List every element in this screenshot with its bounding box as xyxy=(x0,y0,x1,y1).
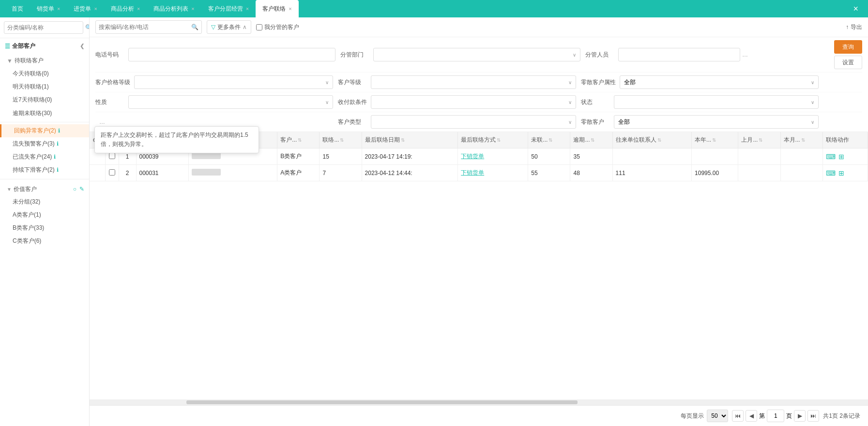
more-dots-button[interactable]: … xyxy=(95,118,109,125)
sidebar-item-unclassified[interactable]: 未分组(32) xyxy=(0,195,89,208)
col-this-month[interactable]: 本月... ⇅ xyxy=(780,132,822,148)
sidebar-item-abnormal-repurchase[interactable]: 回购异常客户(2) ℹ xyxy=(0,124,89,137)
col-last-month[interactable]: 上月... ⇅ xyxy=(738,132,780,148)
more-conditions-button[interactable]: ▽ 更多条件 ∧ xyxy=(207,20,251,34)
tab-close-icon[interactable]: × xyxy=(137,6,140,12)
filter-row-2: 客户价格等级 ∨ 客户等级 ∨ 零散客户属性 全部 xyxy=(95,73,862,92)
col-uncontacted[interactable]: 未联... ⇅ xyxy=(528,132,570,148)
sort-icon: ⇅ xyxy=(497,137,501,143)
prev-page-button[interactable]: ◀ xyxy=(746,410,757,422)
more-action-icon[interactable]: ⊞ xyxy=(838,169,844,177)
sidebar-item-overdue-contact[interactable]: 逾期未联络(30) xyxy=(0,107,89,120)
row-contact-count: 15 xyxy=(320,148,362,165)
tab-product-analysis[interactable]: 商品分析 × xyxy=(104,0,147,17)
tab-close-icon[interactable]: × xyxy=(191,6,194,12)
col-contact-count[interactable]: 联络... ⇅ xyxy=(320,132,362,148)
sidebar-item-class-c[interactable]: C类客户(6) xyxy=(0,235,89,248)
tab-customer-contact[interactable]: 客户联络 × xyxy=(256,0,298,17)
sidebar-item-churn-warning[interactable]: 流失预警客户(3) ℹ xyxy=(0,137,89,150)
nature-select[interactable]: ∨ xyxy=(128,95,333,109)
col-last-contact-method[interactable]: 最后联络方式 ⇅ xyxy=(458,132,528,148)
tab-close-icon[interactable]: × xyxy=(94,6,97,12)
query-button[interactable]: 查询 xyxy=(834,40,862,54)
export-button[interactable]: ↑ 导出 xyxy=(846,23,862,31)
sidebar-search-area: 🔍 xyxy=(0,17,89,38)
row-select-checkbox[interactable] xyxy=(109,169,115,176)
dept-select[interactable]: ∨ xyxy=(373,48,580,61)
row-last-method[interactable]: 下销货单 xyxy=(458,165,528,181)
tab-sales-order[interactable]: 销货单 × xyxy=(30,0,67,17)
row-checkbox[interactable] xyxy=(105,165,119,181)
sidebar-search-input[interactable] xyxy=(4,21,83,34)
row-last-method[interactable]: 下销货单 xyxy=(458,148,528,165)
my-customer-checkbox[interactable] xyxy=(256,24,262,30)
price-grade-select[interactable]: ∨ xyxy=(134,75,333,89)
col-this-year[interactable]: 本年... ⇅ xyxy=(692,132,738,148)
tab-product-analysis-list[interactable]: 商品分析列表 × xyxy=(147,0,201,17)
tab-close-icon[interactable]: × xyxy=(246,6,249,12)
sidebar-item-tomorrow[interactable]: 明天待联络(1) xyxy=(0,80,89,93)
col-overdue[interactable]: 逾期... ⇅ xyxy=(570,132,612,148)
filter-row-1: 电话号码 分管部门 ∨ 分管人员 … 查询 设置 xyxy=(95,37,862,73)
contact-icon[interactable]: ⌨ xyxy=(826,169,836,177)
filter-price-grade: 客户价格等级 ∨ xyxy=(95,75,333,89)
page-number-input[interactable] xyxy=(767,410,784,422)
sort-icon: ⇅ xyxy=(401,137,405,143)
last-page-button[interactable]: ⏭ xyxy=(807,410,819,422)
tab-close-icon[interactable]: × xyxy=(289,6,291,12)
my-customer-checkbox-area[interactable]: 我分管的客户 xyxy=(256,23,299,31)
row-this-year: 10995.00 xyxy=(692,165,738,181)
col-last-contact-date[interactable]: 最后联络日期 ⇅ xyxy=(362,132,458,148)
customer-type-select[interactable]: ∨ xyxy=(371,115,576,129)
tab-purchase[interactable]: 进货单 × xyxy=(67,0,104,17)
next-page-button[interactable]: ▶ xyxy=(794,410,806,422)
dots-icon[interactable]: … xyxy=(740,51,750,58)
person-input[interactable] xyxy=(618,48,740,61)
row-select-checkbox[interactable] xyxy=(109,153,115,159)
edit-icon[interactable]: ○ xyxy=(73,186,76,192)
search-box: 🔍 xyxy=(95,20,202,34)
phone-input[interactable] xyxy=(128,48,335,61)
tab-close-icon[interactable]: × xyxy=(57,6,60,12)
settings-button[interactable]: 设置 xyxy=(834,56,862,69)
retail-attr-select[interactable]: 全部 ∨ xyxy=(620,75,819,89)
filter-row-3: 性质 ∨ 收付款条件 ∨ 状态 xyxy=(95,92,862,112)
sidebar-collapse-button[interactable]: ❮ xyxy=(80,43,84,49)
sidebar-item-class-a[interactable]: A类客户(1) xyxy=(0,208,89,221)
info-icon: ℹ xyxy=(57,140,59,148)
sort-icon: ⇅ xyxy=(712,137,716,143)
sort-icon: ⇅ xyxy=(591,137,594,143)
col-contact-person[interactable]: 往来单位联系人 ⇅ xyxy=(612,132,692,148)
retail-customer-select[interactable]: 全部 ∨ xyxy=(614,115,819,129)
row-action-buttons: ⌨ ⊞ xyxy=(822,148,868,165)
search-icon[interactable]: 🔍 xyxy=(191,24,198,30)
row-settings xyxy=(90,165,105,181)
tab-customer-layered[interactable]: 客户分层经营 × xyxy=(201,0,256,17)
contact-icon[interactable]: ⌨ xyxy=(826,153,836,161)
more-action-icon[interactable]: ⊞ xyxy=(838,153,844,161)
all-customers-title[interactable]: ☰ 全部客户 ❮ xyxy=(0,38,89,54)
sidebar-item-churned[interactable]: 已流失客户(24) ℹ xyxy=(0,150,89,163)
status-select[interactable]: ∨ xyxy=(614,95,819,109)
first-page-button[interactable]: ⏮ xyxy=(732,410,744,422)
sidebar-item-class-b[interactable]: B类客户(33) xyxy=(0,221,89,235)
row-this-year xyxy=(692,148,738,165)
customer-grade-select[interactable]: ∨ xyxy=(371,75,576,89)
sidebar-item-declining[interactable]: 持续下滑客户(2) ℹ xyxy=(0,163,89,176)
sidebar-item-today[interactable]: 今天待联络(0) xyxy=(0,67,89,80)
per-page-select[interactable]: 50 xyxy=(707,410,728,422)
waiting-contact-title[interactable]: ▼ 待联络客户 xyxy=(0,54,89,67)
sidebar-item-7days[interactable]: 近7天待联络(0) xyxy=(0,93,89,106)
window-close-button[interactable]: × xyxy=(848,4,863,14)
sidebar-search-icon[interactable]: 🔍 xyxy=(85,24,90,31)
scrollbar-thumb[interactable] xyxy=(186,400,578,404)
col-type[interactable]: 客户... ⇅ xyxy=(277,132,320,148)
payment-select[interactable]: ∨ xyxy=(371,95,576,109)
search-input[interactable] xyxy=(99,24,191,30)
tab-home[interactable]: 首页 xyxy=(5,0,30,17)
pagination-bar: 每页显示 50 ⏮ ◀ 第 页 ▶ ⏭ 共1页 2条记录 xyxy=(90,405,868,426)
value-customer-title[interactable]: ▼ 价值客户 ○ ✎ xyxy=(0,183,89,195)
settings-icon[interactable]: ✎ xyxy=(79,186,84,192)
horizontal-scrollbar[interactable] xyxy=(90,399,868,405)
chevron-down-icon: ∨ xyxy=(325,100,329,105)
